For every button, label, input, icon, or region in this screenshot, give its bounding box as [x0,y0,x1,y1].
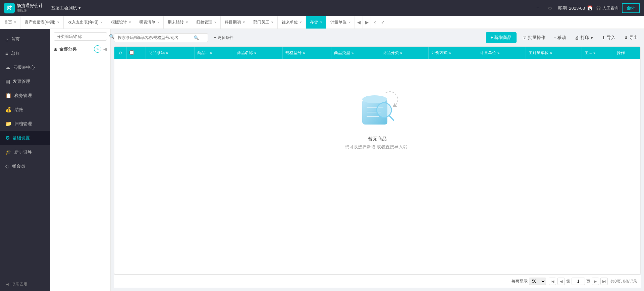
consult-button[interactable]: 🎧 人工咨询 [596,5,619,11]
pin-icon: ◄ [5,282,9,287]
settings-icon[interactable]: ⚙ [545,6,555,11]
tab-template[interactable]: 模版设计 × [107,16,136,29]
cloud-icon: ☁ [5,64,10,70]
tab-taxlist[interactable]: 税表清单 × [135,16,164,29]
tab-close-income[interactable]: × [101,20,103,24]
col-price-method[interactable]: 计价方式⇅ [428,47,477,59]
col-settings[interactable]: ⚙ [114,47,126,59]
collapse-panel-button[interactable]: ◀ [103,46,107,52]
empty-illustration [354,86,401,131]
col-name[interactable]: 商品名称⇅ [234,47,282,59]
col-barcode[interactable]: 商品条码⇅ [146,47,194,59]
product-table: ⚙ 商品条码⇅ 商品...⇅ 商品名称⇅ [114,47,640,177]
sidebar-item-reports[interactable]: ☁ 云报表中心 [0,60,50,75]
member-icon: ◇ [5,163,9,169]
tab-home[interactable]: 首页 × [0,16,20,29]
category-search-input[interactable] [57,34,107,39]
total-records: 共0页, 0条记录 [610,279,637,284]
logo-icon: 财 [4,3,15,13]
gear-icon: ⚙ [5,135,10,141]
col-extra[interactable]: 主...⇅ [582,47,614,59]
tab-close-dept[interactable]: × [271,20,273,24]
app-edition: 旗舰版 [17,8,43,13]
tab-close-all[interactable]: × [371,16,379,29]
sidebar-item-basic[interactable]: ⚙ 基础设置 [0,131,50,145]
page-size-selector: 每页显示 50 100 200 [512,278,546,285]
company-name[interactable]: 基层工会测试 ▾ [51,5,530,11]
tab-archive[interactable]: 归档管理 × [192,16,221,29]
page-number-input[interactable] [572,278,585,285]
tab-contacts[interactable]: 往来单位 × [278,16,306,29]
sidebar-item-checkout[interactable]: 💰 结账 [0,103,50,117]
product-search-icon[interactable]: 🔍 [194,35,199,40]
filter-button[interactable]: ▾ 更多条件 [211,33,236,42]
top-bar: 财 畅捷通好会计 旗舰版 基层工会测试 ▾ + ⚙ 账期 2023-03 📅 🎧… [0,0,644,16]
move-button[interactable]: ↕ 移动 [551,33,569,42]
tab-inventory[interactable]: 存货 × [306,16,326,29]
invoice-icon: ▤ [5,79,10,85]
sidebar-item-ledger[interactable]: ≡ 总账 [0,46,50,60]
import-button[interactable]: ⬆ 导入 [599,33,618,42]
calendar-icon[interactable]: 📅 [587,5,593,11]
tab-close-home[interactable]: × [14,20,16,24]
logo-area: 财 畅捷通好会计 旗舰版 [4,3,48,13]
add-product-button[interactable]: + 新增商品 [486,32,516,43]
col-action: 操作 [614,47,640,59]
tab-nav-left[interactable]: ◀ [355,16,363,29]
cancel-pin-button[interactable]: ◄ 取消固定 [0,277,50,291]
tab-unit[interactable]: 计量单位 × [326,16,355,29]
col-category[interactable]: 商品分类⇅ [380,47,428,59]
select-all-checkbox[interactable] [129,50,134,55]
tab-balance[interactable]: 资产负债表(中期) × [20,16,64,29]
tab-close-period-end[interactable]: × [186,20,188,24]
product-search-input[interactable] [118,35,192,40]
col-spec[interactable]: 规格型号⇅ [282,47,331,59]
export-button[interactable]: ⬇ 导出 [622,33,641,42]
tab-close-template[interactable]: × [129,20,131,24]
page-navigation: |◀ ◀ 第 页 ▶ ▶| [549,278,608,285]
tab-close-taxlist[interactable]: × [157,20,159,24]
col-code[interactable]: 商品...⇅ [194,47,234,59]
empty-svg [354,86,401,130]
print-icon: 🖨 [575,35,579,40]
empty-desc: 您可以选择新增,或者直接导入哦~ [345,144,410,150]
tab-expand[interactable]: ⤢ [379,16,387,29]
tab-subject[interactable]: 科目期初 × [221,16,249,29]
category-header: ⊞ 全部分类 ✎ ◀ [54,44,107,54]
sidebar-item-tax[interactable]: 📋 税务管理 [0,89,50,103]
tab-close-archive[interactable]: × [214,20,216,24]
edit-category-button[interactable]: ✎ [94,45,101,53]
tab-close-contacts[interactable]: × [300,20,302,24]
tab-nav-right[interactable]: ▶ [363,16,371,29]
tab-income[interactable]: 收入支出表(年报) × [64,16,107,29]
page-first-button[interactable]: |◀ [549,278,556,285]
inner-content: 🔍 ⊞ 全部分类 ✎ ◀ 🔍 [50,29,644,291]
ledger-icon: ≡ [5,51,8,56]
page-prev-button[interactable]: ◀ [557,278,565,285]
tab-close-inventory[interactable]: × [320,20,322,24]
page-next-button[interactable]: ▶ [592,278,599,285]
print-button[interactable]: 🖨 打印 ▾ [572,33,596,42]
col-checkbox[interactable] [126,47,146,59]
kuaiji-button[interactable]: 会计 [622,3,640,13]
col-type[interactable]: 商品类型⇅ [331,47,380,59]
page-last-button[interactable]: ▶| [600,278,608,285]
tab-close-subject[interactable]: × [243,20,245,24]
tab-dept[interactable]: 部门员工 × [249,16,278,29]
sidebar-item-invoice[interactable]: ▤ 发票管理 [0,75,50,89]
col-unit[interactable]: 计量单位⇅ [477,47,526,59]
content-area: 🔍 ⊞ 全部分类 ✎ ◀ 🔍 [50,29,644,291]
tab-close-unit[interactable]: × [348,20,351,24]
batch-action-button[interactable]: ☑ 批量操作 [520,33,548,42]
sidebar-item-member[interactable]: ◇ 畅会员 [0,159,50,173]
tab-close-balance[interactable]: × [57,20,59,24]
tab-period-end[interactable]: 期末结转 × [164,16,192,29]
period-area: 账期 2023-03 📅 [558,5,593,11]
sidebar-item-guide[interactable]: 🎓 新手引导 [0,145,50,159]
sidebar-item-home[interactable]: ⌂ 首页 [0,32,50,46]
page-size-select[interactable]: 50 100 200 [529,278,546,285]
add-tab-button[interactable]: + [534,5,542,11]
archive-icon: 📁 [5,121,12,127]
col-main-unit[interactable]: 主计量单位⇅ [526,47,582,59]
sidebar-item-archive[interactable]: 📁 归档管理 [0,117,50,131]
